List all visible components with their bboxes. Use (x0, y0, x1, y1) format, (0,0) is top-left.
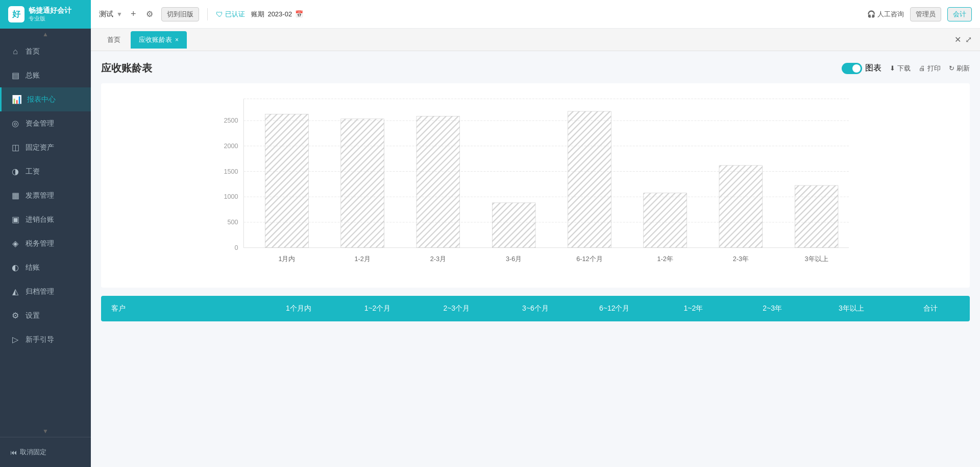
tax-icon: ◈ (10, 239, 20, 248)
ledger-icon: ▤ (10, 71, 20, 80)
refresh-button[interactable]: ↻ 刷新 (949, 64, 970, 73)
bar-6-12月 (568, 111, 611, 248)
sidebar-item-ledger[interactable]: ▤ 总账 (0, 63, 91, 87)
headset-icon: 🎧 (867, 10, 875, 18)
bar-1-2月 (341, 119, 384, 248)
settings-icon: ⚙ (10, 311, 20, 320)
refresh-icon: ↻ (949, 64, 954, 72)
col-header-3-6m: 3~6个月 (496, 296, 575, 321)
tab-home-label: 首页 (107, 35, 120, 44)
cancel-fixed-button[interactable]: ⏮ 取消固定 (0, 442, 91, 462)
svg-text:1-2月: 1-2月 (355, 255, 371, 263)
topbar-divider-1 (207, 8, 208, 20)
scroll-down-indicator[interactable]: ▼ (0, 426, 91, 437)
sidebar-item-invoice[interactable]: ▦ 发票管理 (0, 183, 91, 207)
print-button[interactable]: 🖨 打印 (919, 64, 941, 73)
assets-icon: ◫ (10, 143, 20, 152)
sidebar-item-salary[interactable]: ◑ 工资 (0, 159, 91, 183)
download-icon: ⬇ (890, 64, 895, 72)
app-name: 畅捷通好会计 (29, 6, 71, 15)
chart-toggle-group: 图表 (842, 63, 881, 74)
logo-text-block: 畅捷通好会计 专业版 (29, 6, 71, 22)
certified-label: 已认证 (225, 10, 245, 19)
sidebar-item-archive[interactable]: ◭ 归档管理 (0, 279, 91, 303)
col-header-total: 合计 (891, 296, 970, 321)
report-icon: 📊 (12, 95, 22, 104)
bar-chart-svg: 0 500 1000 1500 2000 2500 1月内 (111, 94, 960, 277)
sidebar-item-purchase[interactable]: ▣ 进销台账 (0, 207, 91, 231)
tab-home[interactable]: 首页 (99, 31, 129, 49)
chart-toggle[interactable] (842, 63, 862, 74)
certified-icon: 🛡 (216, 10, 223, 18)
table-container: 客户 1个月内 1~2个月 2~3个月 3~6个月 6~12个月 1~2年 2~… (101, 296, 970, 321)
consult-label: 人工咨询 (877, 10, 904, 19)
bar-3年以上 (795, 185, 838, 248)
sidebar-item-label: 新手引导 (26, 335, 54, 344)
bar-2-3年 (719, 166, 763, 248)
tab-aging[interactable]: 应收账龄表 × (131, 31, 187, 49)
col-header-1-2y: 1~2年 (654, 296, 733, 321)
add-project-button[interactable]: + (129, 7, 138, 21)
home-icon: ⌂ (10, 47, 20, 56)
cancel-fixed-icon: ⏮ (10, 449, 17, 456)
download-button[interactable]: ⬇ 下载 (890, 64, 911, 73)
guide-icon: ▷ (10, 335, 20, 344)
sidebar-logo: 好 畅捷通好会计 专业版 (0, 0, 91, 29)
svg-text:2-3月: 2-3月 (430, 255, 446, 263)
sidebar-item-checkout[interactable]: ◐ 结账 (0, 255, 91, 279)
sidebar-item-guide[interactable]: ▷ 新手引导 (0, 328, 91, 352)
sidebar-item-label: 归档管理 (26, 287, 54, 296)
sidebar-item-settings[interactable]: ⚙ 设置 (0, 303, 91, 328)
print-label: 打印 (927, 64, 941, 73)
close-panel-icon[interactable]: ✕ (954, 35, 961, 44)
role-button[interactable]: 会计 (947, 7, 972, 21)
sidebar-bottom: ⏮ 取消固定 (0, 437, 91, 467)
sidebar-item-report[interactable]: 📊 报表中心 (0, 87, 91, 111)
topbar: 测试 ▼ + ⚙ 切到旧版 🛡 已认证 账期 2023-02 📅 🎧 人工咨询 … (91, 0, 980, 29)
period-value: 2023-02 (267, 10, 292, 18)
col-header-6-12m: 6~12个月 (575, 296, 654, 321)
col-header-2-3m: 2~3个月 (417, 296, 496, 321)
consult-button[interactable]: 🎧 人工咨询 (867, 10, 904, 19)
sidebar-item-fund[interactable]: ◎ 资金管理 (0, 111, 91, 135)
content-area: 应收账龄表 图表 ⬇ 下载 🖨 打印 ↻ 刷新 (91, 51, 980, 467)
bar-1月内 (265, 114, 309, 248)
fullscreen-icon[interactable]: ⤢ (965, 35, 972, 44)
switch-old-version-button[interactable]: 切到旧版 (161, 7, 199, 21)
chart-toggle-label: 图表 (865, 63, 881, 74)
refresh-label: 刷新 (957, 64, 970, 73)
calendar-icon: 📅 (295, 10, 303, 18)
project-selector[interactable]: 测试 ▼ (99, 10, 122, 19)
bar-3-6月 (492, 203, 535, 248)
svg-text:2000: 2000 (224, 143, 238, 150)
svg-text:6-12个月: 6-12个月 (576, 255, 602, 263)
page-actions: 图表 ⬇ 下载 🖨 打印 ↻ 刷新 (842, 63, 970, 74)
archive-icon: ◭ (10, 287, 20, 296)
scroll-up-indicator[interactable]: ▲ (0, 29, 91, 40)
fund-icon: ◎ (10, 119, 20, 128)
svg-text:1500: 1500 (224, 168, 238, 175)
sidebar-item-home[interactable]: ⌂ 首页 (0, 40, 91, 63)
sidebar-item-label: 工资 (26, 167, 40, 176)
svg-text:1000: 1000 (224, 193, 238, 200)
period-selector[interactable]: 账期 2023-02 📅 (251, 10, 303, 19)
page-title: 应收账龄表 (101, 61, 152, 75)
checkout-icon: ◐ (10, 263, 20, 272)
settings-gear-icon[interactable]: ⚙ (144, 7, 155, 21)
purchase-icon: ▣ (10, 215, 20, 224)
sidebar-item-tax[interactable]: ◈ 税务管理 (0, 231, 91, 255)
chart-area: 0 500 1000 1500 2000 2500 1月内 (111, 94, 960, 277)
certified-badge: 🛡 已认证 (216, 10, 245, 19)
sidebar-item-assets[interactable]: ◫ 固定资产 (0, 135, 91, 159)
tab-close-icon[interactable]: × (175, 36, 179, 43)
sidebar-item-label: 总账 (26, 71, 40, 80)
sidebar-item-label: 结账 (26, 263, 40, 272)
project-chevron-icon: ▼ (116, 11, 122, 18)
bar-1-2年 (644, 193, 687, 248)
col-header-1-2m: 1~2个月 (338, 296, 417, 321)
table-header: 客户 1个月内 1~2个月 2~3个月 3~6个月 6~12个月 1~2年 2~… (101, 296, 970, 321)
sidebar-item-label: 发票管理 (26, 191, 54, 200)
sidebar-item-label: 设置 (26, 311, 40, 320)
sidebar-item-label: 资金管理 (26, 119, 54, 128)
user-button[interactable]: 管理员 (910, 7, 941, 21)
